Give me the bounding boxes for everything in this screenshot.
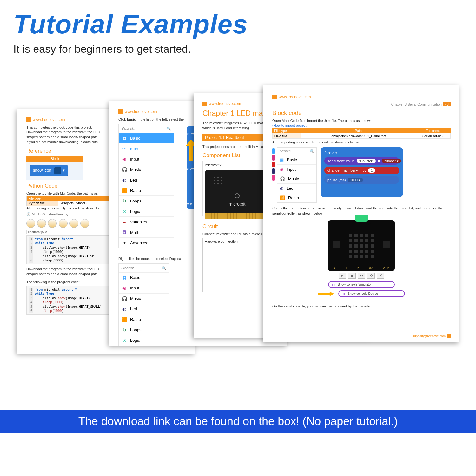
menu-basic[interactable]: ▦Basic bbox=[119, 133, 174, 143]
brand-square-icon bbox=[272, 95, 277, 99]
menu-radio[interactable]: 📶Radio bbox=[119, 185, 174, 195]
toolbar-icon bbox=[48, 219, 57, 228]
brand-square-icon bbox=[447, 334, 451, 338]
sim-button-a[interactable] bbox=[333, 241, 340, 248]
search-icon bbox=[162, 266, 166, 270]
category-menu-2: Search... ▦Basic ◉Input 🎧Music ◐Led 📶Rad… bbox=[118, 263, 169, 346]
brand-square-icon bbox=[202, 102, 207, 106]
show-console-simulator[interactable]: ⫿⫿Show console Simulator bbox=[328, 281, 395, 288]
sim-pins: 0123VGND bbox=[328, 267, 395, 270]
download-banner: The download link can be found on the bo… bbox=[0, 410, 476, 433]
music-icon: 🎧 bbox=[122, 167, 127, 172]
menu-music[interactable]: 🎧Music bbox=[119, 164, 174, 175]
blockcode-heading: Block code bbox=[272, 109, 451, 116]
menu-basic[interactable]: ▦Basic bbox=[119, 272, 169, 283]
radio-icon: 📶 bbox=[122, 188, 127, 193]
restart-button[interactable]: ⟲ bbox=[367, 273, 375, 279]
menu-variables[interactable]: ≡Variables bbox=[119, 216, 174, 227]
after-import-text: After importing successfully, the code i… bbox=[272, 140, 451, 145]
menu-music[interactable]: 🎧Music bbox=[119, 293, 169, 304]
menu-radio[interactable]: 📶Radio bbox=[277, 193, 316, 202]
close-button[interactable]: ✕ bbox=[377, 273, 384, 279]
menu-led[interactable]: ◐Led bbox=[277, 183, 316, 193]
right-arrow-icon bbox=[318, 292, 334, 296]
stop-button[interactable]: ■ bbox=[348, 273, 356, 279]
page-stack: www.freenove.com This completes the bloc… bbox=[0, 84, 476, 395]
menu-more[interactable]: ⋯more bbox=[119, 143, 174, 154]
chevron-down-icon: ▾ bbox=[122, 240, 127, 245]
menu-search[interactable]: Search... bbox=[119, 124, 174, 133]
url-text: www.freenove.com bbox=[33, 117, 65, 122]
sim-controls: ▸ ■ ◂◂ ⟲ ✕ bbox=[272, 273, 451, 279]
support-footer: support@freenove.com bbox=[413, 334, 451, 338]
code-blocks: forever serial write value "Counter" = n… bbox=[321, 147, 451, 203]
search-icon: 🔍 bbox=[309, 149, 314, 153]
toolbar-icon bbox=[80, 219, 89, 228]
variables-icon: ≡ bbox=[122, 219, 127, 224]
more-icon: ⋯ bbox=[122, 146, 127, 151]
menu-input[interactable]: ◉Input bbox=[277, 164, 316, 174]
loops-icon: ↻ bbox=[122, 198, 127, 203]
main-title: Tutorial Examples bbox=[0, 0, 476, 40]
math-icon: 🖩 bbox=[122, 230, 127, 235]
category-menu: Search... ▦Basic ⋯more ◉Input 🎧Music ◐Le… bbox=[118, 124, 174, 248]
microbit-simulator: 0123VGND bbox=[328, 220, 395, 271]
bars-icon: ⫿⫿ bbox=[332, 283, 336, 286]
url-text: www.freenove.com bbox=[279, 95, 311, 99]
open-text: Open MakeCode first. Import the .hex fil… bbox=[272, 118, 451, 123]
toolbar-icon bbox=[69, 219, 78, 228]
subtitle: It is easy for beginners to get started. bbox=[0, 40, 476, 55]
input-icon: ◉ bbox=[122, 156, 127, 162]
menu-loops[interactable]: ↻Loops bbox=[119, 325, 169, 335]
menu-logic[interactable]: ⤨Logic bbox=[119, 206, 174, 216]
show-console-device[interactable]: ⫿⫿Show console Device bbox=[338, 290, 405, 297]
grid-icon: ▦ bbox=[122, 136, 127, 141]
brand-square-icon bbox=[118, 109, 123, 114]
category-menu-mini: Search...🔍 ▦Basic ◉Input 🎧Music ◐Led 📶Ra… bbox=[272, 147, 317, 203]
hex-table: File typePathFile name HEX file./Project… bbox=[272, 128, 451, 139]
menu-music[interactable]: 🎧Music bbox=[277, 174, 316, 183]
sim-button-b[interactable] bbox=[383, 241, 390, 248]
url-text: www.freenove.com bbox=[209, 102, 241, 106]
menu-loops[interactable]: ↻Loops bbox=[119, 195, 174, 206]
play-button[interactable]: ▸ bbox=[339, 273, 346, 279]
toolbar-icon bbox=[26, 219, 35, 228]
menu-math[interactable]: 🖩Math bbox=[119, 227, 174, 237]
menu-logic[interactable]: ⤨Logic bbox=[119, 335, 169, 346]
menu-basic[interactable]: ▦Basic bbox=[277, 155, 316, 164]
forever-block: forever serial write value "Counter" = n… bbox=[321, 147, 403, 197]
menu-input[interactable]: ◉Input bbox=[119, 154, 174, 164]
howto-link[interactable]: (How to import project) bbox=[272, 123, 451, 128]
menu-led[interactable]: ◐Led bbox=[119, 175, 174, 185]
microbit-image: micro:bit bbox=[205, 170, 269, 214]
block-col-head: Block bbox=[26, 156, 83, 162]
code-tab: Heartbeat.py ✕ bbox=[26, 230, 49, 234]
brand-square-icon bbox=[26, 117, 31, 122]
toolbar-icon bbox=[59, 219, 68, 228]
menu-input[interactable]: ◉Input bbox=[119, 283, 169, 293]
serial-line: On the serial console, you can see the d… bbox=[272, 304, 451, 309]
show-icon-block: show icon ▾ bbox=[30, 165, 68, 176]
rewind-button[interactable]: ◂◂ bbox=[358, 273, 365, 279]
logic-icon: ⤨ bbox=[122, 209, 127, 214]
toolbar-icon bbox=[37, 219, 46, 228]
search-icon bbox=[167, 126, 171, 131]
menu-advanced[interactable]: ▾Advanced bbox=[119, 237, 174, 248]
change-block: change number ▾ by 1 bbox=[324, 167, 399, 174]
menu-led[interactable]: ◐Led bbox=[119, 304, 169, 314]
pause-block: pause (ms) 1000 ▾ bbox=[324, 176, 399, 184]
led-icon: ◐ bbox=[122, 177, 127, 182]
url-text: www.freenove.com bbox=[125, 109, 157, 114]
tutorial-page-4: www.freenove.com Chapter 3 Serial Commun… bbox=[263, 85, 459, 342]
menu-radio[interactable]: 📶Radio bbox=[119, 314, 169, 325]
serial-write-block: serial write value "Counter" = number ▾ bbox=[324, 157, 399, 165]
chapter-breadcrumb: Chapter 3 Serial Communication43 bbox=[272, 102, 451, 106]
bars-icon: ⫿⫿ bbox=[342, 292, 346, 295]
